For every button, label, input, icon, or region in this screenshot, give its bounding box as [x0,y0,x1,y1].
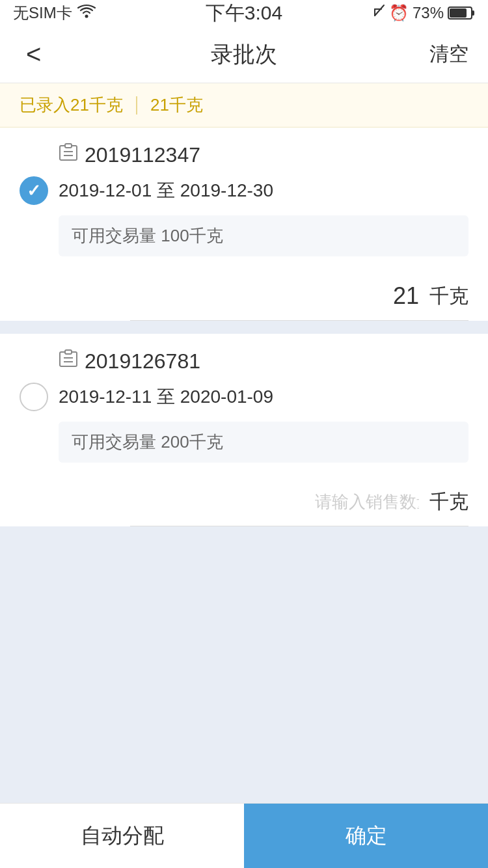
amount-input-2[interactable] [315,492,419,512]
battery-percent: 73% [413,4,444,22]
svg-rect-5 [65,144,72,148]
status-time: 下午3:04 [206,0,282,27]
batch-icon-1 [59,143,78,167]
location-icon [373,4,385,22]
batch-radio-1[interactable] [20,176,48,205]
summary-value: 21千克 [150,94,203,116]
nav-bar: < 录批次 清空 [0,26,488,83]
svg-point-0 [85,15,88,18]
status-left: 无SIM卡 [13,3,96,23]
batch-id-row-1: 2019112347 [20,143,468,167]
back-button[interactable]: < [20,33,47,75]
batch-qty-2: 可用交易量 200千克 [59,422,468,463]
section-divider [0,321,488,334]
amount-row-1: 千克 [0,269,488,320]
batch-date-1: 2019-12-01 至 2019-12-30 [59,178,273,203]
battery-icon [448,6,475,20]
batch-radio-2[interactable] [20,383,48,411]
svg-rect-3 [472,10,474,16]
batch-date-2: 2019-12-11 至 2020-01-09 [59,385,273,409]
batch-item-2: 2019126781 2019-12-11 至 2020-01-09 可用交易量… [0,334,488,526]
amount-unit-1: 千克 [429,283,468,310]
page-title: 录批次 [211,40,277,70]
batch-icon-2 [59,349,78,373]
status-bar: 无SIM卡 下午3:04 ⏰ 73% [0,0,488,26]
summary-entered-label: 已录入21千克 [20,94,123,116]
batch-id-1: 2019112347 [85,143,200,167]
batch-id-row-2: 2019126781 [20,349,468,373]
amount-row-2: 千克 [0,476,488,526]
amount-unit-2: 千克 [429,489,468,515]
auto-distribute-button[interactable]: 自动分配 [0,804,244,868]
status-right: ⏰ 73% [373,4,475,22]
summary-bar: 已录入21千克 21千克 [0,83,488,128]
batch-item-1: 2019112347 2019-12-01 至 2019-12-30 可用交易量… [0,128,488,321]
footer: 自动分配 确定 [0,803,488,868]
batch-qty-1: 可用交易量 100千克 [59,215,468,256]
amount-input-1[interactable] [315,282,419,310]
summary-divider [136,96,137,115]
confirm-button[interactable]: 确定 [244,804,488,868]
svg-rect-2 [450,8,467,18]
batch-id-2: 2019126781 [85,349,200,373]
batch-date-row-2: 2019-12-11 至 2020-01-09 [20,383,468,411]
alarm-icon: ⏰ [389,4,409,22]
batch-date-row-1: 2019-12-01 至 2019-12-30 [20,176,468,205]
svg-rect-9 [65,350,72,354]
clear-button[interactable]: 清空 [429,41,468,68]
carrier-text: 无SIM卡 [13,3,72,23]
wifi-icon [77,4,96,22]
